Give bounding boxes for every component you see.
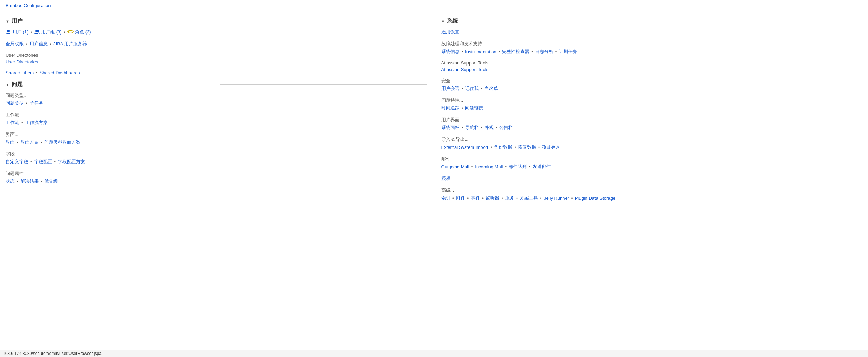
- screen-scheme-link[interactable]: 界面方案: [21, 139, 39, 145]
- backup-link[interactable]: 备份数据: [494, 144, 512, 150]
- project-import-link[interactable]: 项目导入: [542, 144, 560, 150]
- system-chevron-icon: ▼: [441, 19, 445, 23]
- group-icon: [34, 29, 40, 35]
- auth-block: 授权: [441, 175, 863, 182]
- user-directories-link[interactable]: User Directories: [6, 59, 427, 64]
- auth-link[interactable]: 授权: [441, 175, 863, 182]
- general-settings-block: 通用设置: [441, 29, 863, 35]
- mail-queue-link[interactable]: 邮件队列: [509, 164, 527, 170]
- priority-link[interactable]: 优先级: [44, 178, 58, 184]
- user-directories-block: User Directories User Directories: [6, 53, 427, 64]
- svg-point-2: [37, 30, 39, 32]
- services-link[interactable]: 服务: [505, 195, 514, 201]
- screens-link[interactable]: 界面: [6, 139, 15, 145]
- jira-user-server-link[interactable]: JIRA 用户服务器: [53, 41, 87, 47]
- incoming-mail-link[interactable]: Incoming Mail: [475, 164, 503, 169]
- jelly-runner-link[interactable]: Jelly Runner: [544, 196, 569, 201]
- import-export-label: 导入 & 导出...: [441, 136, 863, 143]
- users-section-header: ▼ 用户: [6, 17, 427, 25]
- whitelist-link[interactable]: 白名单: [485, 85, 498, 92]
- plugin-data-storage-link[interactable]: Plugin Data Storage: [575, 196, 615, 201]
- issue-type-link[interactable]: 问题类型: [6, 100, 24, 106]
- navbar-link[interactable]: 导航栏: [465, 124, 479, 131]
- top-bar: Bamboo Configuration: [0, 0, 868, 11]
- users-title: 用户: [12, 17, 218, 25]
- system-section-header: ▼ 系统: [441, 17, 863, 25]
- mail-label: 邮件...: [441, 156, 863, 162]
- time-tracking-link[interactable]: 时间追踪: [441, 105, 459, 111]
- fields-label: 字段...: [6, 151, 427, 157]
- subtask-link[interactable]: 子任务: [30, 100, 43, 106]
- right-column: ▼ 系统 通用设置 故障处理和技术支持... 系统信息 • Instrument…: [434, 15, 863, 207]
- scheme-tools-link[interactable]: 方案工具: [520, 195, 538, 201]
- listeners-link[interactable]: 监听器: [486, 195, 499, 201]
- sep2: •: [64, 30, 66, 35]
- send-mail-link[interactable]: 发送邮件: [533, 164, 551, 170]
- workflow-label: 工作流...: [6, 112, 427, 118]
- shared-filters-link[interactable]: Shared Filters: [6, 70, 34, 75]
- bamboo-config-link[interactable]: Bamboo Configuration: [6, 3, 51, 8]
- shared-items-block: Shared Filters • Shared Dashboards: [6, 70, 427, 75]
- custom-fields-link[interactable]: 自定义字段: [6, 159, 28, 165]
- general-settings-link[interactable]: 通用设置: [441, 29, 863, 35]
- svg-point-0: [7, 30, 10, 32]
- attachments-link[interactable]: 附件: [456, 195, 465, 201]
- atlassian-label: Atlassian Support Tools: [441, 60, 863, 66]
- workflow-link[interactable]: 工作流: [6, 120, 19, 126]
- status-link[interactable]: 状态: [6, 178, 15, 184]
- user-interface-label: 用户界面...: [441, 117, 863, 123]
- issue-type-screen-scheme-link[interactable]: 问题类型界面方案: [44, 139, 81, 145]
- global-perms-link[interactable]: 全局权限: [6, 41, 24, 47]
- mail-block: 邮件... Outgoing Mail • Incoming Mail • 邮件…: [441, 156, 863, 170]
- appearance-link[interactable]: 外观: [485, 124, 494, 131]
- user-interface-block: 用户界面... 系统面板 • 导航栏 • 外观 • 公告栏: [441, 117, 863, 131]
- issues-section-header: ▼ 问题: [6, 81, 427, 88]
- user-sessions-link[interactable]: 用户会话: [441, 85, 459, 92]
- index-link[interactable]: 索引: [441, 195, 450, 201]
- groups-link[interactable]: 用户组 (3): [41, 29, 62, 35]
- shared-dashboards-link[interactable]: Shared Dashboards: [39, 70, 80, 75]
- sep1: •: [31, 30, 32, 35]
- user-info-link[interactable]: 用户信息: [30, 41, 48, 47]
- fields-block: 字段... 自定义字段 • 字段配置 • 字段配置方案: [6, 151, 427, 165]
- issue-types-block: 问题类型... 问题类型 • 子任务: [6, 92, 427, 106]
- instrumentation-link[interactable]: Instrumentation: [465, 49, 496, 54]
- issue-features-block: 问题特性... 时间追踪 • 问题链接: [441, 97, 863, 111]
- roles-icon: [67, 30, 74, 34]
- system-info-link[interactable]: 系统信息: [441, 48, 459, 55]
- scheduled-tasks-link[interactable]: 计划任务: [559, 48, 577, 55]
- issue-attrs-block: 问题属性 状态 • 解决结果 • 优先级: [6, 170, 427, 184]
- issues-chevron-icon: ▼: [6, 83, 9, 87]
- remember-me-link[interactable]: 记住我: [465, 85, 479, 92]
- users-secondary-links: 全局权限 • 用户信息 • JIRA 用户服务器: [6, 41, 427, 47]
- field-config-link[interactable]: 字段配置: [34, 159, 52, 165]
- field-config-scheme-link[interactable]: 字段配置方案: [58, 159, 85, 165]
- security-block: 安全... 用户会话 • 记住我 • 白名单: [441, 78, 863, 92]
- user-icon: [6, 29, 11, 35]
- import-export-block: 导入 & 导出... External System Import • 备份数据…: [441, 136, 863, 150]
- atlassian-support-tools-link[interactable]: Atlassian Support Tools: [441, 67, 863, 72]
- troubleshoot-label: 故障处理和技术支持...: [441, 41, 863, 47]
- users-link[interactable]: 用户 (1): [13, 29, 29, 35]
- system-dashboard-link[interactable]: 系统面板: [441, 124, 459, 131]
- issues-title: 问题: [12, 81, 218, 88]
- integrity-checker-link[interactable]: 完整性检查器: [502, 48, 529, 55]
- svg-point-4: [68, 31, 69, 32]
- external-import-link[interactable]: External System Import: [441, 145, 488, 150]
- workflow-scheme-link[interactable]: 工作流方案: [25, 120, 48, 126]
- events-link[interactable]: 事件: [471, 195, 480, 201]
- issue-linking-link[interactable]: 问题链接: [465, 105, 483, 111]
- roles-link[interactable]: 角色 (3): [75, 29, 91, 35]
- left-column: ▼ 用户 用户 (1) • 用户组 (3) •: [6, 15, 434, 207]
- issue-types-label: 问题类型...: [6, 92, 427, 99]
- users-primary-links: 用户 (1) • 用户组 (3) • 角色 (3): [6, 29, 427, 35]
- screens-label: 界面...: [6, 131, 427, 138]
- log-analysis-link[interactable]: 日志分析: [535, 48, 553, 55]
- resolution-link[interactable]: 解决结果: [21, 178, 39, 184]
- security-label: 安全...: [441, 78, 863, 84]
- outgoing-mail-link[interactable]: Outgoing Mail: [441, 164, 469, 169]
- restore-link[interactable]: 恢复数据: [518, 144, 536, 150]
- system-title: 系统: [447, 17, 653, 25]
- announcement-link[interactable]: 公告栏: [499, 124, 513, 131]
- screens-block: 界面... 界面 • 界面方案 • 问题类型界面方案: [6, 131, 427, 145]
